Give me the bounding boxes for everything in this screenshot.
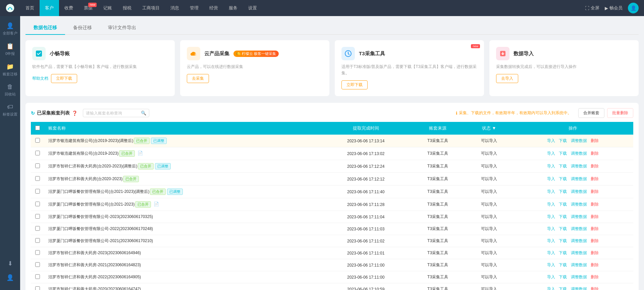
- row-checkbox[interactable]: [35, 226, 40, 231]
- import-action[interactable]: 导入: [547, 214, 555, 219]
- delete-action[interactable]: 删除: [591, 275, 599, 279]
- adjust-action[interactable]: 调整数据: [571, 275, 587, 279]
- row-checkbox[interactable]: [35, 138, 40, 143]
- sidebar-item-recycle-bin[interactable]: 🗑 回收站: [0, 80, 20, 100]
- adjust-action[interactable]: 调整数据: [571, 250, 587, 255]
- download-action[interactable]: 下载: [559, 263, 567, 267]
- sidebar-item-zero-declaration[interactable]: 📋 0申报: [0, 39, 20, 60]
- adjust-action[interactable]: 调整数据: [571, 164, 587, 168]
- merge-account-button[interactable]: 合并账套: [578, 108, 604, 118]
- download-action[interactable]: 下载: [559, 138, 567, 143]
- download-now-button[interactable]: 立即下载: [51, 74, 77, 83]
- nav-customer[interactable]: 客户: [40, 0, 59, 16]
- delete-action[interactable]: 删除: [591, 250, 599, 255]
- sidebar-item-account-migration[interactable]: 📁 账套迁移: [0, 60, 20, 80]
- download-action[interactable]: 下载: [559, 275, 567, 279]
- import-action[interactable]: 导入: [547, 176, 555, 181]
- nav-message[interactable]: 消息: [165, 0, 184, 16]
- goto-import-button[interactable]: 去导入: [496, 74, 518, 83]
- row-checkbox[interactable]: [35, 262, 40, 267]
- download-action[interactable]: 下载: [559, 287, 567, 290]
- download-action[interactable]: 下载: [559, 151, 567, 156]
- select-all-checkbox[interactable]: [35, 126, 40, 130]
- delete-action[interactable]: 删除: [591, 189, 599, 194]
- delete-action[interactable]: 删除: [591, 226, 599, 231]
- nav-accounting[interactable]: 记账: [98, 0, 117, 16]
- app-logo[interactable]: [0, 0, 20, 16]
- search-icon[interactable]: 🔍: [141, 111, 146, 116]
- row-checkbox[interactable]: [35, 274, 40, 279]
- user-avatar[interactable]: 👤: [628, 3, 639, 13]
- adjust-action[interactable]: 调整数据: [571, 151, 587, 156]
- nav-business[interactable]: 工商项目: [137, 0, 165, 16]
- goto-collect-button[interactable]: 去采集: [187, 74, 209, 83]
- nav-service[interactable]: 服务: [223, 0, 243, 16]
- tab-audit-export[interactable]: 审计文件导出: [100, 21, 144, 35]
- row-checkbox[interactable]: [35, 238, 40, 243]
- adjust-action[interactable]: 调整数据: [571, 202, 587, 207]
- adjust-action[interactable]: 调整数据: [571, 226, 587, 231]
- import-action[interactable]: 导入: [547, 238, 555, 243]
- nav-setting[interactable]: 设置: [243, 0, 262, 16]
- row-checkbox[interactable]: [35, 202, 40, 206]
- delete-action[interactable]: 删除: [591, 263, 599, 267]
- import-action[interactable]: 导入: [547, 189, 555, 194]
- nav-tax[interactable]: 报税: [117, 0, 137, 16]
- help-icon[interactable]: ❓: [72, 111, 77, 116]
- tab-backup-migration[interactable]: 备份迁移: [65, 21, 100, 35]
- nav-operation[interactable]: 经营: [204, 0, 223, 16]
- import-action[interactable]: 导入: [547, 287, 555, 290]
- download-action[interactable]: 下载: [559, 164, 567, 168]
- download-action[interactable]: 下载: [559, 238, 567, 243]
- download-action[interactable]: 下载: [559, 176, 567, 181]
- t3-download-button[interactable]: 立即下载: [341, 80, 368, 89]
- row-checkbox[interactable]: [35, 189, 40, 194]
- adjust-action[interactable]: 调整数据: [571, 189, 587, 194]
- row-checkbox[interactable]: [35, 250, 40, 255]
- import-action[interactable]: 导入: [547, 226, 555, 231]
- import-action[interactable]: 导入: [547, 138, 555, 143]
- batch-delete-button[interactable]: 批量删除: [607, 108, 633, 118]
- nav-home[interactable]: 首页: [20, 0, 40, 16]
- row-checkbox[interactable]: [35, 214, 40, 219]
- tab-data-migration[interactable]: 数据包迁移: [25, 21, 65, 35]
- adjust-action[interactable]: 调整数据: [571, 176, 587, 181]
- row-checkbox[interactable]: [35, 286, 40, 290]
- adjust-action[interactable]: 调整数据: [571, 287, 587, 290]
- adjust-action[interactable]: 调整数据: [571, 138, 587, 143]
- import-action[interactable]: 导入: [547, 151, 555, 156]
- row-checkbox[interactable]: [35, 163, 40, 168]
- search-input[interactable]: [86, 111, 140, 116]
- import-action[interactable]: 导入: [547, 263, 555, 267]
- delete-action[interactable]: 删除: [591, 164, 599, 168]
- import-action[interactable]: 导入: [547, 275, 555, 279]
- download-action[interactable]: 下载: [559, 189, 567, 194]
- sidebar-item-tag-settings[interactable]: 🏷 标签设置: [0, 100, 20, 120]
- delete-action[interactable]: 删除: [591, 202, 599, 207]
- delete-action[interactable]: 删除: [591, 238, 599, 243]
- delete-action[interactable]: 删除: [591, 138, 599, 143]
- adjust-action[interactable]: 调整数据: [571, 238, 587, 243]
- delete-action[interactable]: 删除: [591, 151, 599, 156]
- sidebar-item-download[interactable]: ⬇: [0, 257, 20, 271]
- import-action[interactable]: 导入: [547, 250, 555, 255]
- nav-invoice[interactable]: 票据new: [78, 0, 98, 16]
- delete-action[interactable]: 删除: [591, 176, 599, 181]
- help-doc-link[interactable]: 帮助文档: [32, 76, 48, 81]
- adjust-action[interactable]: 调整数据: [571, 263, 587, 267]
- delete-action[interactable]: 删除: [591, 287, 599, 290]
- import-action[interactable]: 导入: [547, 202, 555, 207]
- download-action[interactable]: 下载: [559, 202, 567, 207]
- fullscreen-button[interactable]: ⛶ 全屏: [585, 5, 599, 11]
- sidebar-item-user[interactable]: 👤: [0, 271, 20, 285]
- nav-fee[interactable]: 收费: [59, 0, 78, 16]
- refresh-icon[interactable]: ↻: [31, 111, 35, 116]
- download-action[interactable]: 下载: [559, 250, 567, 255]
- import-action[interactable]: 导入: [547, 164, 555, 168]
- row-checkbox[interactable]: [35, 176, 40, 181]
- download-action[interactable]: 下载: [559, 214, 567, 219]
- download-action[interactable]: 下载: [559, 226, 567, 231]
- row-checkbox[interactable]: [35, 151, 40, 155]
- member-button[interactable]: ▶ 畅会员: [605, 5, 623, 11]
- nav-manage[interactable]: 管理: [184, 0, 204, 16]
